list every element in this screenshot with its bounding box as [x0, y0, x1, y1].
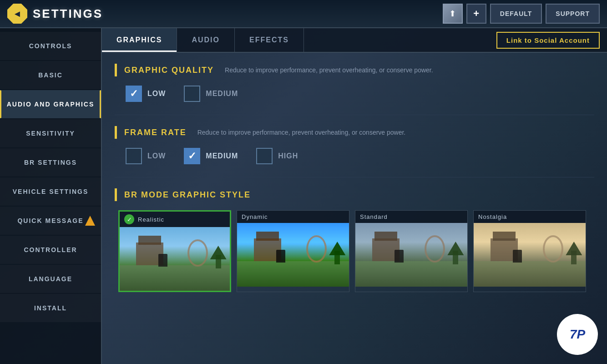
standard-bg: [355, 223, 467, 287]
graphic-quality-desc: Reduce to improve performance, prevent o…: [225, 66, 433, 74]
frame-rate-title: FRAME RATE: [124, 128, 187, 137]
sidebar-item-br-settings-label: BR SETTINGS: [24, 159, 77, 166]
tab-effects[interactable]: EFFECTS: [235, 28, 304, 52]
frame-rate-high-label: HIGH: [278, 152, 298, 160]
frame-rate-medium-checkbox[interactable]: [184, 148, 200, 164]
rank-icon: ⬆: [443, 4, 463, 24]
frame-rate-medium-label: MEDIUM: [206, 152, 238, 160]
divider-2: [115, 177, 594, 177]
standard-scene: [355, 223, 467, 287]
frame-rate-section: FRAME RATE Reduce to improve performance…: [115, 126, 594, 164]
br-mode-title: BR MODE GRAPHIC STYLE: [124, 190, 251, 200]
sidebar-item-install[interactable]: INSTALL: [0, 294, 101, 322]
standard-tree: [453, 251, 458, 264]
sidebar-item-language[interactable]: LANGUAGE: [0, 265, 101, 293]
frame-rate-medium-option[interactable]: MEDIUM: [184, 148, 238, 164]
style-cards-container: ✓ Realistic: [115, 210, 594, 292]
main-layout: CONTROLS BASIC AUDIO AND GRAPHICS SENSIT…: [0, 28, 607, 364]
style-card-nostalgia-header: Nostalgia: [474, 211, 586, 223]
dynamic-ground: [237, 261, 349, 287]
style-card-dynamic-label: Dynamic: [242, 213, 268, 220]
sidebar-item-controls[interactable]: CONTROLS: [0, 32, 101, 60]
graphic-quality-low-checkbox[interactable]: [126, 86, 142, 102]
frame-rate-options: LOW MEDIUM HIGH: [115, 148, 594, 164]
br-mode-section: BR MODE GRAPHIC STYLE ✓ Realistic: [115, 188, 594, 292]
graphic-quality-header: GRAPHIC QUALITY Reduce to improve perfor…: [115, 64, 594, 76]
graphic-quality-low-option[interactable]: LOW: [126, 86, 166, 102]
sidebar-item-controller[interactable]: CONTROLLER: [0, 236, 101, 264]
default-button[interactable]: DEFAULT: [490, 4, 542, 24]
graphic-quality-low-label: LOW: [147, 90, 166, 98]
header-left: ◄ SETTINGS: [7, 4, 103, 24]
social-tab-area: Link to Social Account: [496, 28, 600, 52]
style-card-dynamic-header: Dynamic: [237, 211, 349, 223]
graphic-quality-medium-checkbox[interactable]: [184, 86, 200, 102]
back-button[interactable]: ◄: [7, 4, 27, 24]
sidebar-item-quick-message[interactable]: QUICK MESSAGE: [0, 207, 101, 235]
frame-rate-high-checkbox[interactable]: [256, 148, 273, 164]
sidebar-item-controls-label: CONTROLS: [29, 42, 72, 50]
style-card-nostalgia-image: [474, 223, 586, 287]
tab-effects-label: EFFECTS: [249, 36, 289, 44]
standard-ferris: [425, 235, 445, 263]
graphic-quality-medium-label: MEDIUM: [206, 90, 238, 98]
style-card-nostalgia-label: Nostalgia: [478, 213, 507, 220]
style-card-standard-image: [355, 223, 467, 287]
br-mode-header: BR MODE GRAPHIC STYLE: [115, 188, 594, 201]
frame-rate-high-option[interactable]: HIGH: [256, 148, 298, 164]
add-button[interactable]: +: [466, 4, 486, 24]
realistic-scene: [120, 227, 230, 291]
style-card-standard-label: Standard: [360, 213, 388, 220]
sidebar-item-basic-label: BASIC: [38, 71, 63, 79]
style-card-realistic-check: ✓: [124, 214, 134, 224]
realistic-ground: [120, 265, 230, 291]
dynamic-bg: [237, 223, 349, 287]
nostalgia-figure: [513, 250, 522, 263]
realistic-tree: [216, 255, 221, 268]
frame-rate-low-checkbox[interactable]: [126, 148, 142, 164]
frame-rate-header: FRAME RATE Reduce to improve performance…: [115, 126, 594, 139]
page-title: SETTINGS: [33, 7, 103, 21]
sidebar-item-sensitivity[interactable]: SENSITIVITY: [0, 119, 101, 147]
frame-rate-low-label: LOW: [147, 152, 166, 160]
content-area: GRAPHICS AUDIO EFFECTS Link to Social Ac…: [102, 28, 607, 364]
tab-graphics-label: GRAPHICS: [116, 36, 162, 44]
sidebar-item-install-label: INSTALL: [34, 304, 67, 312]
sidebar-item-sensitivity-label: SENSITIVITY: [26, 130, 75, 137]
tab-audio[interactable]: AUDIO: [177, 28, 235, 52]
back-arrow-icon: ◄: [13, 9, 22, 19]
frame-rate-indicator: [115, 126, 117, 139]
br-mode-indicator: [115, 188, 117, 201]
divider-1: [115, 115, 594, 115]
nostalgia-scene: [474, 223, 586, 287]
dynamic-figure: [276, 250, 285, 263]
header-right: ⬆ + DEFAULT SUPPORT: [443, 4, 600, 24]
realistic-figure: [158, 254, 167, 267]
nostalgia-ferris: [543, 235, 563, 263]
frame-rate-desc: Reduce to improve performance, prevent o…: [197, 129, 406, 136]
sidebar-item-controller-label: CONTROLLER: [24, 246, 77, 253]
graphic-quality-options: LOW MEDIUM: [115, 86, 594, 102]
sidebar-item-basic[interactable]: BASIC: [0, 61, 101, 89]
link-social-button[interactable]: Link to Social Account: [496, 32, 600, 49]
dynamic-tree: [334, 251, 340, 264]
watermark-text: 7P: [570, 327, 585, 342]
style-card-standard-header: Standard: [355, 211, 467, 223]
sidebar-item-audio-graphics[interactable]: AUDIO AND GRAPHICS: [0, 90, 101, 118]
tab-graphics[interactable]: GRAPHICS: [102, 28, 177, 52]
sidebar-item-br-settings[interactable]: BR SETTINGS: [0, 148, 101, 177]
plus-icon: +: [473, 8, 479, 20]
rank-chevron-icon: ⬆: [449, 9, 456, 19]
header: ◄ SETTINGS ⬆ + DEFAULT SUPPORT: [0, 0, 607, 28]
frame-rate-low-option[interactable]: LOW: [126, 148, 166, 164]
content-body: GRAPHIC QUALITY Reduce to improve perfor…: [102, 53, 607, 316]
support-button[interactable]: SUPPORT: [546, 4, 600, 24]
style-card-realistic-label: Realistic: [138, 216, 164, 223]
style-card-standard[interactable]: Standard: [355, 210, 468, 292]
sidebar-item-language-label: LANGUAGE: [29, 275, 72, 283]
style-card-realistic[interactable]: ✓ Realistic: [118, 210, 231, 292]
style-card-nostalgia[interactable]: Nostalgia: [473, 210, 586, 292]
graphic-quality-medium-option[interactable]: MEDIUM: [184, 86, 238, 102]
style-card-dynamic[interactable]: Dynamic: [237, 210, 349, 292]
sidebar-item-vehicle-settings[interactable]: VEHICLE SETTINGS: [0, 177, 101, 206]
